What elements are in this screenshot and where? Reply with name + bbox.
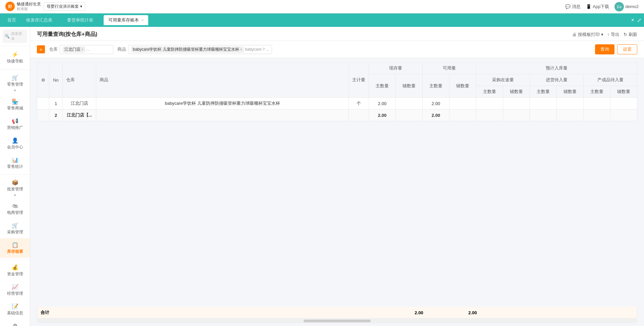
sidebar-search-box[interactable]: 🔍 搜索菜单 bbox=[3, 30, 27, 43]
app-download-label: App下载 bbox=[593, 4, 609, 10]
td-unit-2 bbox=[349, 109, 369, 121]
td-stock-main-2: 2.00 bbox=[369, 109, 396, 121]
sidebar-item-wholesale-mgmt[interactable]: 📦 批发管理 ▲ bbox=[0, 176, 30, 200]
sidebar-item-ecommerce[interactable]: 🛍 电商管理 bbox=[0, 200, 30, 219]
td-stock-main-1: 2.00 bbox=[369, 98, 396, 109]
product-tag-1-close[interactable]: × bbox=[240, 48, 242, 51]
tab-home-label: 首页 bbox=[7, 17, 16, 23]
sidebar-item-purchase[interactable]: 🛒 采购管理 bbox=[0, 219, 30, 238]
content-area: 可用量查询(按仓库+商品) 🖨 按模板打印 ▾ ↑ 导出 ↻ 刷新 » bbox=[30, 27, 644, 326]
table-footer: 合计 2.00 2.00 bbox=[37, 307, 637, 319]
retail-mall-icon: 🏪 bbox=[12, 98, 18, 105]
retail-mall-label: 零售商城 bbox=[7, 105, 23, 111]
td-avail-aux-2 bbox=[449, 109, 476, 121]
filter-actions: 查询 设置 bbox=[595, 44, 637, 54]
industry-select[interactable]: 母婴行业演示账套 ▾ bbox=[44, 2, 85, 11]
scroll-bar-area[interactable] bbox=[37, 319, 637, 323]
td-avail-aux-1 bbox=[449, 98, 476, 109]
td-product-aux-2 bbox=[610, 109, 637, 121]
tab-available[interactable]: 可用量库存账本 × bbox=[104, 15, 148, 25]
sidebar-item-retail-stats[interactable]: 📊 零售统计 bbox=[0, 153, 30, 173]
sidebar-item-retail-mgmt[interactable]: 🛒 零售管理 ▲ bbox=[0, 71, 30, 95]
td-warehouse-1: 江北门店 bbox=[63, 98, 96, 109]
refresh-btn[interactable]: ↻ 刷新 bbox=[624, 32, 637, 38]
footer-purchase-main bbox=[513, 310, 540, 315]
basic-info-icon: 📝 bbox=[12, 303, 18, 310]
marketing-icon: 📢 bbox=[12, 118, 18, 124]
sidebar-item-finance[interactable]: 💰 资金管理 bbox=[0, 261, 30, 280]
purchase-label: 采购管理 bbox=[7, 229, 23, 235]
top-bar-left: 好 畅捷通好生意 标准版 母婴行业演示账套 ▾ bbox=[5, 2, 85, 11]
filter-toggle-btn[interactable]: » bbox=[37, 45, 45, 53]
close-all-icon[interactable]: × bbox=[631, 17, 634, 23]
td-settings-1 bbox=[37, 98, 49, 109]
footer-numbers: 2.00 2.00 bbox=[406, 310, 634, 315]
message-icon: 💬 bbox=[565, 4, 571, 9]
finance-label: 资金管理 bbox=[7, 271, 23, 277]
product-more[interactable]: babycare？... bbox=[245, 47, 269, 52]
print-icon: 🖨 bbox=[572, 32, 577, 37]
product-filter-input[interactable]: babycare学饮杯 儿童防摔防撞吸管杯重力球吸嘴杯宝宝水杯 × babyca… bbox=[128, 45, 272, 54]
sidebar-item-quick-nav[interactable]: ⚡ 快捷导航 bbox=[0, 48, 30, 67]
retail-mgmt-label: 零售管理 bbox=[7, 82, 23, 87]
expand-icon[interactable]: ⤢ bbox=[637, 17, 641, 24]
tab-order[interactable]: 要货单统计表 × bbox=[62, 15, 103, 25]
avatar: Ea bbox=[614, 2, 624, 11]
td-warehouse-2: 江北门店【... bbox=[63, 109, 96, 121]
td-inbound-aux-1 bbox=[557, 98, 584, 109]
warehouse-filter-label: 仓库 bbox=[49, 46, 58, 52]
td-inbound-main-2 bbox=[530, 109, 557, 121]
retail-mgmt-arrow: ▲ bbox=[13, 88, 17, 92]
main-layout: 🔍 搜索菜单 ⚡ 快捷导航 🛒 零售管理 ▲ 🏪 零售商城 📢 营销推广 bbox=[0, 27, 644, 326]
operation-label: 经营管理 bbox=[7, 291, 23, 296]
td-purchase-main-1 bbox=[476, 98, 503, 109]
td-no-2: 2 bbox=[49, 109, 63, 121]
member-label: 会员中心 bbox=[7, 144, 23, 150]
sidebar-item-marketing[interactable]: 📢 营销推广 bbox=[0, 114, 30, 134]
export-icon: ↑ bbox=[607, 32, 610, 37]
tab-receive[interactable]: 收发存汇总表 × bbox=[21, 15, 62, 25]
tab-home[interactable]: 首页 bbox=[3, 15, 21, 25]
warehouse-more[interactable]: ... bbox=[87, 47, 90, 52]
sidebar-item-system[interactable]: ⚙ 系统管理 bbox=[0, 319, 30, 326]
search-icon: 🔍 bbox=[5, 34, 10, 39]
tab-receive-close[interactable]: × bbox=[55, 18, 57, 22]
print-btn[interactable]: 🖨 按模板打印 ▾ bbox=[572, 32, 603, 38]
warehouse-filter-input[interactable]: 江北门店 × ... bbox=[60, 45, 113, 54]
product-filter-group: 商品 babycare学饮杯 儿童防摔防撞吸管杯重力球吸嘴杯宝宝水杯 × bab… bbox=[117, 45, 272, 54]
sidebar-item-retail-mall[interactable]: 🏪 零售商城 bbox=[0, 95, 30, 114]
footer-inbound-main bbox=[567, 310, 593, 315]
footer-stock-aux bbox=[432, 310, 459, 315]
td-avail-main-1: 2.00 bbox=[423, 98, 449, 109]
scroll-bar-thumb[interactable] bbox=[304, 320, 371, 322]
export-label: 导出 bbox=[611, 32, 620, 38]
message-btn[interactable]: 💬 消息 bbox=[565, 4, 581, 10]
filter-area: » 仓库 江北门店 × ... 商品 babycare学饮杯 儿童防摔防撞吸管杯… bbox=[30, 41, 644, 58]
tab-available-close[interactable]: × bbox=[142, 18, 144, 22]
top-bar: 好 畅捷通好生意 标准版 母婴行业演示账套 ▾ 💬 消息 📱 App下载 Ea … bbox=[0, 0, 644, 13]
refresh-icon: ↻ bbox=[624, 32, 627, 37]
sidebar-item-basic-info[interactable]: 📝 基础信息 bbox=[0, 300, 30, 319]
warehouse-tag-close[interactable]: × bbox=[82, 48, 84, 51]
td-avail-main-2: 2.00 bbox=[423, 109, 449, 121]
td-product-main-2 bbox=[584, 109, 610, 121]
sidebar-item-operation[interactable]: 📈 经营管理 bbox=[0, 280, 30, 300]
tab-order-close[interactable]: × bbox=[96, 18, 98, 22]
settings-btn[interactable]: 设置 bbox=[617, 44, 637, 54]
sidebar-item-member[interactable]: 👤 会员中心 bbox=[0, 134, 30, 153]
logo-text-area: 畅捷通好生意 标准版 bbox=[17, 2, 41, 11]
footer-avail-main: 2.00 bbox=[459, 310, 486, 315]
user-name: demo2 bbox=[625, 4, 639, 9]
app-download-btn[interactable]: 📱 App下载 bbox=[586, 4, 609, 10]
product-filter-label: 商品 bbox=[117, 46, 126, 52]
inventory-icon: 📋 bbox=[12, 242, 18, 248]
wholesale-mgmt-icon: 📦 bbox=[12, 179, 18, 186]
user-avatar-btn[interactable]: Ea demo2 bbox=[614, 2, 639, 11]
query-btn[interactable]: 查询 bbox=[595, 44, 614, 54]
finance-icon: 💰 bbox=[12, 264, 18, 271]
sidebar-item-inventory[interactable]: 📋 库存核算 bbox=[0, 238, 30, 258]
sidebar-section-retail: 🛒 零售管理 ▲ 🏪 零售商城 📢 营销推广 👤 会员中心 📊 零售统计 bbox=[0, 70, 30, 175]
export-btn[interactable]: ↑ 导出 bbox=[607, 32, 620, 38]
footer-avail-aux bbox=[486, 310, 513, 315]
quick-nav-icon: ⚡ bbox=[12, 51, 18, 58]
